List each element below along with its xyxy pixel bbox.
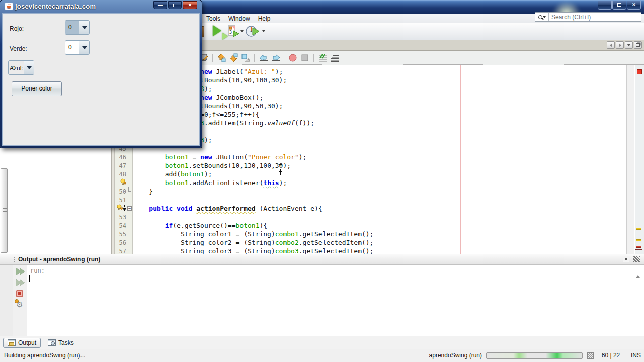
code-line[interactable]: combo3.setBounds(10,90,50,30); bbox=[133, 102, 626, 110]
menu-help[interactable]: Help bbox=[254, 15, 275, 23]
next-bookmark-icon[interactable] bbox=[229, 53, 238, 62]
code-line[interactable]: if(e.getSource()==boton1){ bbox=[133, 221, 626, 230]
azul-label: Azul: bbox=[10, 65, 23, 72]
ant-settings-button[interactable]: ⚙ bbox=[15, 300, 25, 309]
gutter-line[interactable]: 56 bbox=[115, 238, 132, 247]
verde-combobox[interactable]: 0 bbox=[65, 40, 90, 55]
fold-collapse-box[interactable]: − bbox=[127, 206, 132, 211]
code-line[interactable]: String color3 = (String)combo3.getSelect… bbox=[133, 247, 626, 254]
toggle-bookmark-icon[interactable] bbox=[241, 53, 250, 62]
debug-dropdown-arrow[interactable] bbox=[240, 30, 244, 32]
code-line[interactable] bbox=[133, 213, 626, 221]
tab-list-dropdown-button[interactable] bbox=[625, 41, 633, 49]
search-icon[interactable] bbox=[535, 13, 549, 21]
azul-dropdown-button[interactable] bbox=[24, 61, 34, 74]
gutter-line[interactable]: 55 bbox=[115, 230, 132, 238]
shift-right-icon[interactable] bbox=[271, 53, 280, 62]
gutter-line[interactable]: 53 bbox=[115, 213, 132, 221]
menu-window[interactable]: Window bbox=[224, 15, 254, 23]
shift-left-icon[interactable] bbox=[259, 53, 268, 62]
code-line[interactable]: label3.setBounds(10,90,100,30); bbox=[133, 76, 626, 84]
process-list-icon[interactable] bbox=[587, 352, 594, 359]
gutter-line[interactable] bbox=[115, 178, 132, 187]
rojo-combobox[interactable]: 0 bbox=[65, 20, 90, 35]
close-output-icon[interactable] bbox=[633, 256, 640, 262]
previous-bookmark-icon[interactable] bbox=[217, 53, 226, 62]
error-stripe[interactable] bbox=[635, 65, 644, 254]
tab-tasks[interactable]: Tasks bbox=[44, 338, 78, 348]
code-line[interactable]: boton1 = new JButton("Poner color"); bbox=[133, 153, 626, 161]
output-scroll-up-icon[interactable] bbox=[636, 268, 640, 275]
close-button[interactable]: ✕ bbox=[627, 1, 641, 10]
rerun-with-options-button[interactable] bbox=[15, 278, 25, 287]
gutter-line[interactable]: − bbox=[115, 204, 132, 213]
code-line[interactable]: boton1.addActionListener(this); bbox=[133, 178, 626, 187]
maximize-editor-button[interactable] bbox=[634, 41, 642, 49]
code-line[interactable]: combo3 = new JComboBox(); bbox=[133, 93, 626, 102]
maximize-output-icon[interactable] bbox=[623, 256, 629, 262]
drag-grip-icon[interactable] bbox=[14, 257, 15, 263]
ibeam-cursor bbox=[278, 164, 283, 172]
output-console[interactable]: run: bbox=[27, 265, 644, 336]
scroll-tabs-right-button[interactable] bbox=[616, 41, 624, 49]
code-line[interactable]: } bbox=[133, 187, 626, 196]
code-line[interactable]: combo3.addItem(String.valueOf(f)); bbox=[133, 119, 626, 127]
swing-dialog[interactable]: josevicentecarratala.com — ✕ Rojo: 0 Ver… bbox=[0, 0, 202, 148]
debug-button[interactable]: 3 bbox=[227, 25, 239, 39]
chevron-down-icon bbox=[82, 26, 87, 29]
code-line[interactable]: add(boton1); bbox=[133, 170, 626, 178]
warning-mark[interactable] bbox=[636, 239, 641, 241]
comment-icon[interactable] bbox=[318, 53, 327, 62]
warning-mark[interactable] bbox=[636, 228, 641, 230]
rerun-button[interactable] bbox=[15, 267, 25, 276]
tab-output[interactable]: Output bbox=[3, 338, 41, 348]
restore-button[interactable] bbox=[612, 1, 626, 10]
gutter-line[interactable]: 57 bbox=[115, 247, 132, 254]
dialog-restore-icon bbox=[173, 4, 177, 7]
menu-tools[interactable]: Tools bbox=[202, 15, 224, 23]
code-line[interactable]: String color2 = (String)combo2.getSelect… bbox=[133, 238, 626, 247]
code-line[interactable]: add(combo3); bbox=[133, 136, 626, 144]
profile-dropdown-arrow[interactable] bbox=[262, 30, 265, 32]
scroll-tabs-left-button[interactable] bbox=[607, 41, 615, 49]
code-line[interactable]: add(label3); bbox=[133, 84, 626, 93]
editor-scrollbar[interactable] bbox=[626, 65, 634, 254]
gutter-line[interactable]: 46 bbox=[115, 153, 132, 161]
output-panel: Output - aprendoSwing (run) ⚙ run: Outpu… bbox=[0, 254, 644, 349]
stop-macro-icon[interactable] bbox=[300, 53, 309, 62]
poner-color-button[interactable]: Poner color bbox=[12, 81, 62, 96]
output-header[interactable]: Output - aprendoSwing (run) bbox=[0, 254, 644, 265]
code-line[interactable] bbox=[133, 196, 626, 204]
scrollbar-thumb[interactable] bbox=[1, 168, 8, 253]
uncomment-icon[interactable] bbox=[330, 53, 339, 62]
code-line[interactable]: label3 = new JLabel("Azul: "); bbox=[133, 67, 626, 76]
dialog-close-button[interactable]: ✕ bbox=[183, 1, 197, 9]
code-line[interactable]: for(int f=0;f<=255;f++){ bbox=[133, 110, 626, 119]
stop-process-button[interactable] bbox=[15, 289, 25, 298]
gutter-line[interactable]: 48 bbox=[115, 170, 132, 178]
dialog-minimize-button[interactable]: — bbox=[153, 1, 167, 9]
code-line[interactable]: String color1 = (String)combo1.getSelect… bbox=[133, 230, 626, 238]
gutter-line[interactable]: 54 bbox=[115, 221, 132, 230]
minimize-button[interactable]: — bbox=[598, 1, 612, 10]
search-input[interactable] bbox=[549, 13, 641, 21]
error-mark[interactable] bbox=[636, 246, 641, 248]
code-line[interactable]: } bbox=[133, 127, 626, 136]
error-status-icon[interactable] bbox=[637, 69, 642, 74]
verde-dropdown-button[interactable] bbox=[79, 41, 89, 54]
gutter-line[interactable]: 51 bbox=[115, 196, 132, 204]
profile-button[interactable] bbox=[246, 25, 260, 39]
gutter-line[interactable]: 47 bbox=[115, 161, 132, 170]
svg-text:3: 3 bbox=[229, 30, 232, 35]
run-button[interactable] bbox=[213, 25, 221, 36]
code-line[interactable]: public void actionPerformed (ActionEvent… bbox=[133, 204, 626, 213]
code-line[interactable] bbox=[133, 144, 626, 153]
gutter-line[interactable]: 50 bbox=[115, 187, 132, 196]
output-toolbar: ⚙ bbox=[13, 265, 27, 336]
code-editor[interactable]: label3 = new JLabel("Azul: "); label3.se… bbox=[133, 65, 626, 254]
code-line[interactable]: boton1.setBounds(10,130,100,30); bbox=[133, 161, 626, 170]
rojo-dropdown-button[interactable] bbox=[79, 21, 89, 34]
dialog-restore-button[interactable] bbox=[168, 1, 182, 9]
record-macro-icon[interactable] bbox=[288, 53, 297, 62]
right-margin-line bbox=[460, 65, 461, 254]
